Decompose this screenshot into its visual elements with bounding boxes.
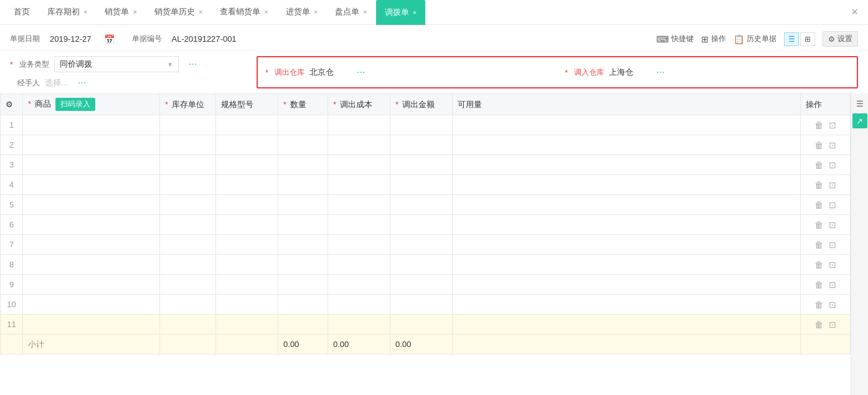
cell-available[interactable] [453, 135, 801, 155]
delete-icon[interactable]: 🗑 [814, 220, 823, 230]
shortcuts-button[interactable]: ⌨ 快捷键 [656, 34, 694, 44]
cell-available[interactable] [453, 255, 801, 275]
cell-product[interactable] [23, 255, 160, 275]
cell-cost[interactable] [328, 235, 390, 255]
cell-spec[interactable] [216, 215, 278, 235]
tab-view-sales[interactable]: 查看销货单 × [211, 0, 276, 25]
close-inventory-check[interactable]: × [363, 8, 367, 16]
settings-button[interactable]: ⚙ 设置 [823, 31, 858, 47]
cell-unit[interactable] [160, 155, 216, 175]
copy-icon[interactable]: ⊡ [829, 300, 836, 310]
delete-icon[interactable]: 🗑 [814, 180, 823, 190]
tab-sales-order[interactable]: 销货单 × [96, 0, 145, 25]
in-warehouse-ellipsis[interactable]: ··· [656, 67, 664, 78]
cell-spec[interactable] [216, 295, 278, 315]
cell-available[interactable] [453, 175, 801, 195]
cell-cost[interactable] [328, 215, 390, 235]
cell-amount[interactable] [390, 195, 453, 215]
cell-product[interactable] [23, 195, 160, 215]
cell-spec[interactable] [216, 235, 278, 255]
cell-qty[interactable] [278, 115, 328, 135]
cell-available[interactable] [453, 195, 801, 215]
cell-cost[interactable] [328, 135, 390, 155]
handler-select[interactable]: 选择... [45, 77, 68, 88]
close-transfer-order[interactable]: × [413, 9, 417, 16]
cell-cost[interactable] [328, 155, 390, 175]
copy-icon[interactable]: ⊡ [829, 240, 836, 250]
delete-icon[interactable]: 🗑 [814, 280, 823, 290]
close-view-sales[interactable]: × [264, 8, 268, 16]
copy-icon-last[interactable]: ⊡ [829, 320, 836, 330]
cell-cost[interactable] [328, 175, 390, 195]
layout-btn-list[interactable]: ☰ [784, 32, 799, 46]
tab-home[interactable]: 首页 [5, 0, 39, 25]
close-purchase-order[interactable]: × [314, 8, 318, 16]
cell-available[interactable] [453, 155, 801, 175]
delete-icon[interactable]: 🗑 [814, 200, 823, 210]
cell-product[interactable] [23, 275, 160, 295]
cell-unit[interactable] [160, 175, 216, 195]
cell-qty[interactable] [278, 275, 328, 295]
cell-amount[interactable] [390, 135, 453, 155]
cell-cost[interactable] [328, 295, 390, 315]
cell-available[interactable] [453, 275, 801, 295]
close-sales-history[interactable]: × [199, 8, 202, 16]
cell-product[interactable] [23, 115, 160, 135]
cell-unit[interactable] [160, 135, 216, 155]
tab-purchase-order[interactable]: 进货单 × [277, 0, 326, 25]
cell-cost[interactable] [328, 195, 390, 215]
cell-available[interactable] [453, 295, 801, 315]
cell-cost[interactable] [328, 115, 390, 135]
cell-amount-last[interactable] [390, 315, 453, 335]
delete-icon-last[interactable]: 🗑 [814, 320, 823, 330]
cell-spec-last[interactable] [216, 315, 278, 335]
cell-spec[interactable] [216, 275, 278, 295]
business-type-ellipsis[interactable]: ··· [189, 59, 197, 70]
cell-product[interactable] [23, 215, 160, 235]
cell-qty[interactable] [278, 295, 328, 315]
cell-qty[interactable] [278, 175, 328, 195]
cell-qty[interactable] [278, 235, 328, 255]
tab-inventory-check[interactable]: 盘点单 × [326, 0, 375, 25]
cell-product[interactable] [23, 135, 160, 155]
cell-qty-last[interactable] [278, 315, 328, 335]
copy-icon[interactable]: ⊡ [829, 280, 836, 290]
delete-icon[interactable]: 🗑 [814, 120, 823, 130]
cell-spec[interactable] [216, 255, 278, 275]
cell-unit[interactable] [160, 115, 216, 135]
cell-amount[interactable] [390, 275, 453, 295]
delete-icon[interactable]: 🗑 [814, 300, 823, 310]
copy-icon[interactable]: ⊡ [829, 140, 836, 150]
cell-spec[interactable] [216, 115, 278, 135]
cell-amount[interactable] [390, 155, 453, 175]
cell-unit[interactable] [160, 235, 216, 255]
cell-unit[interactable] [160, 195, 216, 215]
close-inventory-init[interactable]: × [83, 8, 87, 16]
operations-button[interactable]: ⊞ 操作 [701, 34, 726, 44]
cell-amount[interactable] [390, 175, 453, 195]
cell-amount[interactable] [390, 115, 453, 135]
scan-button[interactable]: 扫码录入 [55, 98, 95, 111]
delete-icon[interactable]: 🗑 [814, 240, 823, 250]
handler-ellipsis[interactable]: ··· [78, 77, 86, 88]
cell-qty[interactable] [278, 215, 328, 235]
cell-cost[interactable] [328, 255, 390, 275]
cell-unit[interactable] [160, 255, 216, 275]
scroll-area[interactable]: ⚙ * 商品 扫码录入 * 库存单位 规格型号 [0, 93, 851, 395]
cell-spec[interactable] [216, 175, 278, 195]
cell-spec[interactable] [216, 195, 278, 215]
cell-amount[interactable] [390, 255, 453, 275]
in-warehouse-value[interactable]: 上海仓 [609, 67, 646, 78]
cell-unit[interactable] [160, 275, 216, 295]
cell-cost[interactable] [328, 275, 390, 295]
sidebar-list-icon[interactable]: ☰ [852, 96, 867, 111]
out-warehouse-value[interactable]: 北京仓 [309, 67, 347, 78]
cell-unit[interactable] [160, 215, 216, 235]
cell-amount[interactable] [390, 215, 453, 235]
cell-qty[interactable] [278, 135, 328, 155]
cell-spec[interactable] [216, 155, 278, 175]
cell-amount[interactable] [390, 295, 453, 315]
col-settings[interactable]: ⚙ [1, 94, 23, 115]
sidebar-export-icon[interactable]: ↗ [852, 113, 867, 128]
cell-unit-last[interactable] [160, 315, 216, 335]
